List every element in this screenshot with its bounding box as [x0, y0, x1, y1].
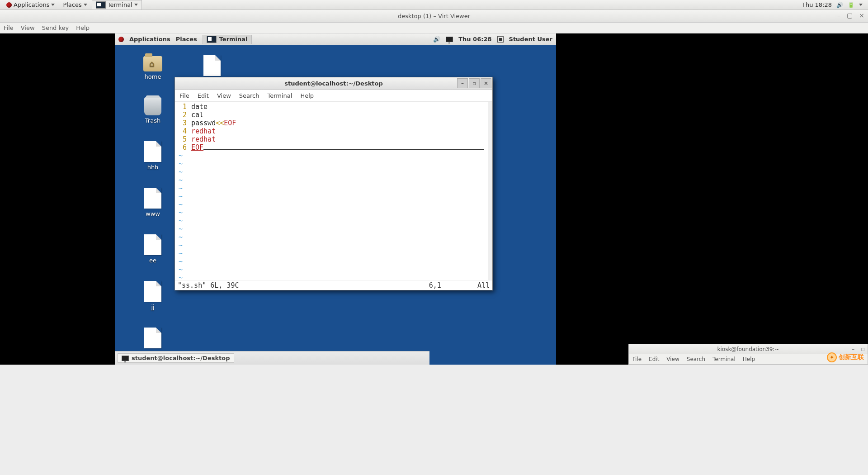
vim-tilde: ~: [179, 274, 490, 280]
guest-taskbar: student@localhost:~/Desktop: [115, 351, 429, 365]
term-menu-file[interactable]: File: [179, 92, 189, 99]
desktop-icon-ee[interactable]: ee: [135, 234, 171, 264]
minimize-icon[interactable]: –: [837, 12, 840, 19]
ht-menu-file[interactable]: File: [632, 356, 642, 362]
term-menu-terminal[interactable]: Terminal: [267, 92, 292, 99]
chevron-down-icon[interactable]: [859, 4, 863, 6]
icon-label: hhh: [147, 164, 159, 171]
desktop-icon-home[interactable]: home: [135, 56, 171, 80]
line-text: passwd: [191, 119, 216, 127]
terminal-icon: [207, 36, 217, 43]
network-icon[interactable]: [446, 37, 453, 42]
virt-viewer-titlebar[interactable]: desktop (1) – Virt Viewer – ▢ ×: [0, 10, 868, 23]
desktop-icon-hhh[interactable]: hhh: [135, 141, 171, 171]
places-label: Places: [63, 1, 81, 8]
host-applications-menu[interactable]: Applications: [3, 0, 58, 9]
minimize-button[interactable]: –: [457, 78, 468, 88]
ht-menu-terminal[interactable]: Terminal: [712, 356, 736, 362]
line-text: EOF: [191, 143, 203, 152]
line-text: redhat: [191, 127, 216, 135]
guest-desktop[interactable]: Applications Places Terminal 🔊 Thu 06:28…: [115, 33, 556, 365]
terminal-body[interactable]: 1 date 2 cal 3 passwd<<EOF 4 redhat: [175, 102, 492, 280]
trash-icon: [144, 97, 161, 115]
applications-label: Applications: [14, 1, 49, 8]
line-number: 6: [178, 143, 187, 152]
host-top-panel: Applications Places Terminal Thu 18:28: [0, 0, 868, 10]
maximize-icon[interactable]: ▢: [847, 12, 853, 19]
icon-label: home: [145, 73, 161, 80]
vv-menu-file[interactable]: File: [4, 24, 14, 31]
host-terminal-menubar: File Edit View Search Terminal Help: [629, 354, 868, 364]
ht-menu-search[interactable]: Search: [687, 356, 705, 362]
desktop-file-blank[interactable]: [203, 55, 221, 76]
guest-user-label[interactable]: Student User: [509, 36, 552, 43]
user-avatar-icon: [497, 36, 504, 43]
volume-icon[interactable]: [836, 1, 843, 8]
terminal-icon: [122, 356, 129, 361]
terminal-titlebar[interactable]: student@localhost:~/Desktop – ▫ ×: [175, 77, 492, 90]
ht-menu-edit[interactable]: Edit: [649, 356, 659, 362]
host-places-menu[interactable]: Places: [59, 0, 90, 9]
document-icon: [144, 141, 161, 162]
icon-label: Trash: [145, 117, 160, 124]
desktop-icon-www[interactable]: www: [135, 188, 171, 217]
guest-terminal-window[interactable]: student@localhost:~/Desktop – ▫ × File E…: [175, 77, 493, 290]
volume-icon[interactable]: 🔊: [433, 36, 440, 43]
icon-label: www: [146, 210, 160, 217]
terminal-scrollbar[interactable]: [488, 102, 492, 280]
host-terminal-window[interactable]: kiosk@foundation39:~ – ▫ File Edit View …: [628, 344, 868, 365]
desktop-icons: home Trash hhh www ee jj: [135, 56, 171, 357]
desktop-icon-trash[interactable]: Trash: [135, 97, 171, 124]
icon-label: ee: [149, 257, 156, 264]
chevron-down-icon: [51, 4, 55, 6]
vim-tilde: ~: [179, 168, 490, 176]
vim-tilde: ~: [179, 200, 490, 209]
line-underline: [203, 149, 484, 150]
vim-tilde: ~: [179, 217, 490, 225]
icon-label: jj: [151, 304, 154, 310]
vim-line: 5 redhat: [178, 135, 490, 143]
guest-clock[interactable]: Thu 06:28: [458, 36, 491, 43]
vv-menu-sendkey[interactable]: Send key: [42, 24, 69, 31]
here-kw: EOF: [224, 119, 236, 127]
term-menu-search[interactable]: Search: [239, 92, 259, 99]
term-menu-edit[interactable]: Edit: [198, 92, 209, 99]
redhat-icon: [6, 2, 12, 8]
desktop-icon-jj[interactable]: jj: [135, 281, 171, 310]
guest-task-terminal[interactable]: Terminal: [203, 35, 252, 44]
guest-applications-menu[interactable]: Applications: [129, 36, 170, 43]
host-task-terminal[interactable]: Terminal: [92, 0, 142, 10]
line-number: 4: [178, 127, 187, 135]
vim-tilde: ~: [179, 176, 490, 184]
maximize-button[interactable]: ▫: [469, 78, 480, 88]
term-menu-help[interactable]: Help: [300, 92, 314, 99]
taskbar-item-label: student@localhost:~/Desktop: [132, 355, 230, 361]
guest-places-menu[interactable]: Places: [176, 36, 197, 43]
vv-menu-help[interactable]: Help: [76, 24, 90, 31]
redhat-icon: [118, 37, 124, 42]
guest-framebuffer: Applications Places Terminal 🔊 Thu 06:28…: [0, 33, 868, 365]
host-clock[interactable]: Thu 18:28: [802, 1, 832, 8]
vv-menu-view[interactable]: View: [21, 24, 35, 31]
terminal-menubar: File Edit View Search Terminal Help: [175, 90, 492, 102]
vim-line: 3 passwd<<EOF: [178, 119, 490, 127]
host-terminal-titlebar[interactable]: kiosk@foundation39:~ – ▫: [629, 344, 868, 354]
minimize-icon[interactable]: –: [852, 346, 855, 352]
battery-icon[interactable]: [848, 1, 854, 8]
ht-menu-view[interactable]: View: [666, 356, 679, 362]
vim-tilde: ~: [179, 241, 490, 249]
virt-viewer-menubar: File View Send key Help: [0, 23, 868, 33]
chevron-down-icon: [84, 4, 87, 6]
term-menu-view[interactable]: View: [217, 92, 231, 99]
vim-tilde: ~: [179, 184, 490, 192]
terminal-title: student@localhost:~/Desktop: [284, 80, 383, 87]
guest-top-panel: Applications Places Terminal 🔊 Thu 06:28…: [115, 33, 556, 45]
taskbar-item-terminal[interactable]: student@localhost:~/Desktop: [118, 353, 234, 363]
ht-menu-help[interactable]: Help: [743, 356, 755, 362]
close-icon[interactable]: ×: [859, 12, 864, 19]
task-terminal-label: Terminal: [219, 36, 248, 43]
close-button[interactable]: ×: [481, 78, 491, 88]
maximize-icon[interactable]: ▫: [861, 346, 865, 352]
chevron-down-icon: [134, 4, 138, 6]
vim-line: 4 redhat: [178, 127, 490, 135]
